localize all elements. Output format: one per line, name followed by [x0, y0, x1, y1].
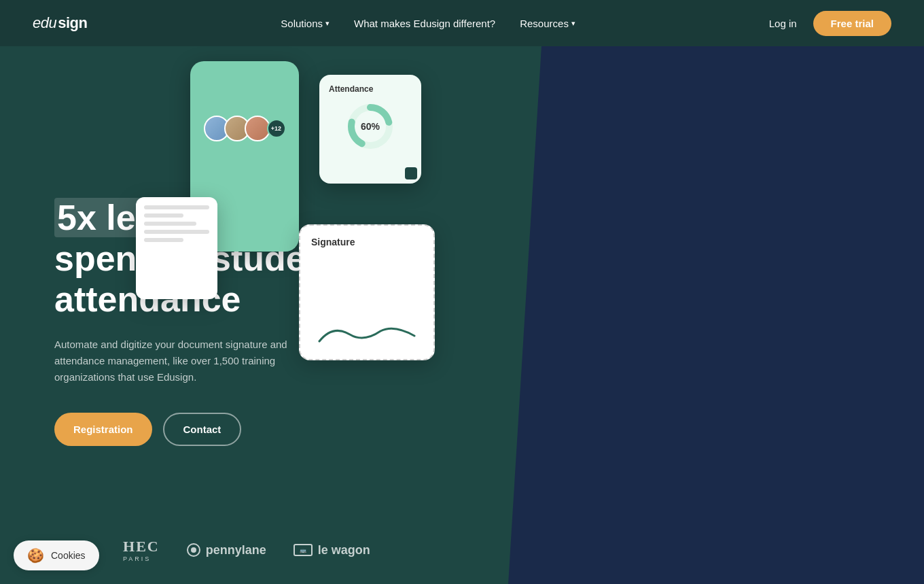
avatar: [245, 116, 270, 141]
signature-card: Signature: [299, 224, 435, 360]
attendance-indicator: [405, 167, 417, 179]
avatar-overflow-count: +12: [267, 119, 286, 138]
nav-resources[interactable]: Resources ▾: [520, 18, 575, 29]
cookies-label: Cookies: [51, 550, 86, 561]
navbar: edusign Solutions ▾ What makes Edusign d…: [0, 0, 924, 46]
hero-right-panel: [508, 46, 924, 584]
cookie-icon: 🍪: [27, 547, 44, 564]
hero-bg-panel: [508, 46, 924, 584]
doc-line: [144, 222, 196, 226]
hero-section: 5x less time spent on student attendance…: [0, 0, 924, 584]
registration-button[interactable]: Registration: [54, 413, 152, 446]
free-trial-button[interactable]: Free trial: [813, 11, 891, 36]
attendance-donut: 60%: [343, 99, 397, 154]
hero-buttons: Registration Contact: [54, 413, 508, 446]
avatars-row: +12: [204, 116, 286, 141]
cookies-bar[interactable]: 🍪 Cookies: [14, 540, 99, 570]
signature-stroke: [311, 321, 423, 348]
nav-right: Log in Free trial: [769, 11, 891, 36]
signature-label: Signature: [311, 237, 423, 247]
doc-line: [144, 205, 209, 209]
doc-line: [144, 238, 183, 242]
contact-button[interactable]: Contact: [163, 413, 242, 446]
login-button[interactable]: Log in: [769, 18, 797, 29]
ui-cards-overlay: +12 Attendance 60% Signature: [136, 61, 408, 401]
chevron-down-icon: ▾: [571, 19, 575, 28]
chevron-down-icon: ▾: [325, 19, 330, 28]
attendance-title: Attendance: [329, 84, 412, 94]
nav-different[interactable]: What makes Edusign different?: [354, 18, 495, 29]
doc-line: [144, 230, 209, 234]
doc-line: [144, 213, 183, 218]
logo[interactable]: edusign: [33, 14, 87, 32]
nav-solutions[interactable]: Solutions ▾: [281, 18, 330, 29]
attendance-card: Attendance 60%: [319, 75, 421, 184]
attendance-percent: 60%: [361, 121, 380, 132]
nav-center: Solutions ▾ What makes Edusign different…: [281, 18, 575, 29]
document-card: [136, 197, 217, 299]
